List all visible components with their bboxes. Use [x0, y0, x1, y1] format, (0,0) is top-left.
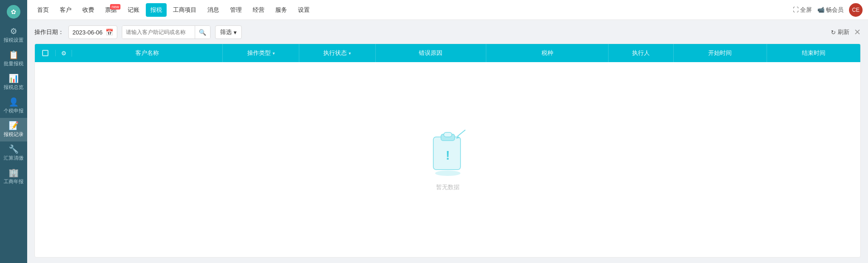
- sidebar-item-baoshui-shezhi[interactable]: ⚙报税设置: [0, 24, 27, 47]
- svg-rect-4: [444, 132, 452, 137]
- th-tax-type: 税种: [486, 44, 609, 62]
- th-settings[interactable]: ⚙: [56, 50, 72, 57]
- nav-item-jizh[interactable]: 记账: [123, 3, 144, 17]
- sidebar-item-label: 个税申报: [4, 107, 24, 114]
- baoshui-zongjian-icon: 📊: [9, 74, 19, 83]
- date-input[interactable]: 2023-06-06 📅: [68, 25, 117, 39]
- sidebar-item-baoshui-jilu[interactable]: 📝报税记录: [0, 118, 27, 141]
- member-icon: 📹: [817, 6, 825, 13]
- baoshui-jilu-icon: 📝: [9, 122, 19, 130]
- date-label: 操作日期：: [34, 28, 64, 36]
- refresh-button[interactable]: ↻ 刷新: [831, 28, 849, 36]
- th-checkbox[interactable]: [35, 50, 56, 56]
- fullscreen-label: 全屏: [800, 6, 812, 14]
- sort-icon-exec-status: ▾: [349, 51, 351, 56]
- nav-item-customer[interactable]: 客户: [55, 3, 76, 17]
- content-area: 操作日期： 2023-06-06 📅 🔍 筛选 ▾ ↻ 刷新: [27, 20, 868, 263]
- baoshui-shezhi-icon: ⚙: [10, 27, 17, 35]
- fullscreen-icon: ⛶: [793, 6, 799, 13]
- svg-text:!: !: [446, 148, 450, 162]
- topnav-right: ⛶ 全屏 📹 畅会员 CE: [793, 3, 863, 17]
- table-header: ⚙ 客户名称操作类型 ▾执行状态 ▾错误原因税种执行人开始时间结束时间: [35, 44, 860, 62]
- filter-button[interactable]: 筛选 ▾: [215, 25, 242, 39]
- nav-badge-piao: new: [110, 4, 120, 10]
- empty-text: 暂无数据: [436, 183, 460, 191]
- sidebar-item-label: 汇算清缴: [4, 155, 24, 161]
- sidebar-item-label: 报税设置: [4, 37, 24, 44]
- th-start-time: 开始时间: [674, 44, 767, 62]
- filter-label: 筛选: [220, 28, 232, 36]
- nav-item-shoufei[interactable]: 收费: [78, 3, 99, 17]
- main-area: 首页客户收费票据new记账报税工商项目消息管理经营服务设置 ⛶ 全屏 📹 畅会员…: [27, 0, 868, 263]
- fullscreen-button[interactable]: ⛶ 全屏: [793, 6, 812, 14]
- svg-text:✿: ✿: [11, 8, 16, 15]
- nav-item-piao[interactable]: 票据new: [101, 3, 121, 17]
- refresh-label: 刷新: [838, 28, 849, 36]
- empty-icon: !: [425, 128, 470, 178]
- toolbar: 操作日期： 2023-06-06 📅 🔍 筛选 ▾ ↻ 刷新: [34, 25, 861, 39]
- geshui-shenbao-icon: 👤: [9, 98, 19, 106]
- nav-item-fuwu[interactable]: 服务: [271, 3, 292, 17]
- avatar[interactable]: CE: [849, 3, 863, 17]
- nav-item-xiaoxi[interactable]: 消息: [203, 3, 224, 17]
- search-button[interactable]: 🔍: [195, 26, 210, 39]
- calendar-icon: 📅: [106, 29, 113, 36]
- th-customer-name: 客户名称: [72, 44, 223, 62]
- search-wrap: 🔍: [122, 25, 211, 39]
- th-exec-status[interactable]: 执行状态 ▾: [299, 44, 376, 62]
- sidebar-item-label: 报税总览: [4, 84, 24, 91]
- th-end-time: 结束时间: [767, 44, 860, 62]
- nav-item-gongshang[interactable]: 工商项目: [168, 3, 201, 17]
- th-op-type[interactable]: 操作类型 ▾: [223, 44, 299, 62]
- th-error-reason: 错误原因: [376, 44, 487, 62]
- huisuan-qingcuo-icon: 🔧: [9, 145, 19, 153]
- app-logo[interactable]: ✿: [5, 4, 22, 20]
- refresh-icon: ↻: [831, 29, 836, 36]
- sidebar-item-label: 报税记录: [4, 131, 24, 138]
- member-label: 畅会员: [826, 6, 844, 14]
- close-button[interactable]: ✕: [854, 28, 861, 36]
- sidebar-item-geshui-shenbao[interactable]: 👤个税申报: [0, 94, 27, 118]
- gongshangnian-bao-icon: 🏢: [9, 169, 19, 177]
- nav-item-home[interactable]: 首页: [33, 3, 53, 17]
- sidebar-item-piliang-baoshui[interactable]: 📋批量报税: [0, 47, 27, 71]
- settings-icon: ⚙: [61, 50, 67, 57]
- sidebar-item-huisuan-qingcuo[interactable]: 🔧汇算清缴: [0, 141, 27, 165]
- nav-item-shezhi[interactable]: 设置: [293, 3, 314, 17]
- sidebar-item-gongshangnian-bao[interactable]: 🏢工商年报: [0, 165, 27, 189]
- sort-icon-op-type: ▾: [273, 51, 275, 56]
- toolbar-right: ↻ 刷新 ✕: [831, 28, 861, 36]
- date-value: 2023-06-06: [72, 29, 103, 36]
- svg-line-6: [458, 130, 465, 136]
- nav-item-jingying[interactable]: 经营: [248, 3, 269, 17]
- sidebar-item-baoshui-zongjian[interactable]: 📊报税总览: [0, 71, 27, 94]
- nav-item-guanli[interactable]: 管理: [225, 3, 246, 17]
- svg-point-8: [435, 170, 460, 176]
- chevron-down-icon: ▾: [234, 29, 237, 36]
- sidebar-item-label: 批量报税: [4, 60, 24, 67]
- table-container: ⚙ 客户名称操作类型 ▾执行状态 ▾错误原因税种执行人开始时间结束时间: [34, 44, 861, 258]
- header-checkbox[interactable]: [42, 50, 48, 56]
- search-input[interactable]: [122, 26, 195, 39]
- top-nav: 首页客户收费票据new记账报税工商项目消息管理经营服务设置 ⛶ 全屏 📹 畅会员…: [27, 0, 868, 20]
- piliang-baoshui-icon: 📋: [9, 51, 19, 59]
- page-content: 操作日期： 2023-06-06 📅 🔍 筛选 ▾ ↻ 刷新: [27, 20, 868, 263]
- nav-items: 首页客户收费票据new记账报税工商项目消息管理经营服务设置: [33, 3, 793, 17]
- sidebar: ✿ ⚙报税设置📋批量报税📊报税总览👤个税申报📝报税记录🔧汇算清缴🏢工商年报: [0, 0, 27, 263]
- member-button[interactable]: 📹 畅会员: [817, 6, 844, 14]
- empty-state: ! 暂无数据: [35, 62, 860, 257]
- sidebar-item-label: 工商年报: [4, 178, 24, 185]
- nav-item-baoshui[interactable]: 报税: [146, 3, 167, 17]
- th-executor: 执行人: [609, 44, 673, 62]
- table-body: ! 暂无数据: [35, 62, 860, 257]
